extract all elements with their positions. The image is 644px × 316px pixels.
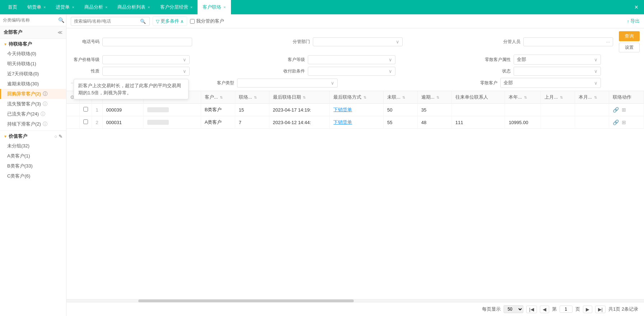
scrollbar-thumb[interactable]	[138, 300, 354, 302]
filter-icon: ▽	[156, 19, 159, 24]
row2-uncontacted: 55	[383, 116, 417, 129]
collapse-icon[interactable]: ≪	[57, 30, 62, 35]
export-button[interactable]: ↑ 导出	[627, 18, 640, 24]
row2-last-month	[541, 116, 575, 129]
dept-select[interactable]: ∨	[313, 37, 403, 46]
status-select[interactable]: ∨	[514, 67, 601, 76]
nav-product-analysis[interactable]: 商品分析 ×	[79, 0, 112, 14]
pending-contact-group[interactable]: ▼ 待联络客户	[0, 39, 66, 49]
retail-attr-label: 零散客户属性	[482, 57, 511, 63]
nav-segmentation-close[interactable]: ×	[190, 5, 193, 9]
sidebar-tomorrow-pending[interactable]: 明天待联络(1)	[0, 59, 66, 69]
retail-attr-select[interactable]: 全部∨	[514, 55, 601, 65]
nav-purchase-close[interactable]: ×	[72, 5, 74, 9]
row2-this-year: 10995.00	[505, 116, 541, 129]
page-number-input[interactable]	[560, 306, 573, 313]
row2-this-month	[575, 116, 609, 129]
nature-select[interactable]: ∨	[102, 67, 190, 76]
row1-name-blurred	[147, 107, 169, 112]
nav-sales-order[interactable]: 销货单 ×	[22, 0, 51, 14]
close-all-tabs[interactable]: ×	[634, 4, 638, 11]
row1-link-icon[interactable]: 🔗	[613, 107, 619, 113]
my-customer-checkbox-container[interactable]: 我分管的客户	[190, 18, 224, 24]
customer-grade-label: 客户等级	[276, 57, 305, 63]
sidebar-search-icon[interactable]: 🔍	[58, 17, 64, 23]
sidebar-search-input[interactable]	[3, 18, 57, 23]
row1-lcm-link[interactable]: 下销货单	[333, 107, 352, 112]
nav-purchase-order[interactable]: 进货单 ×	[51, 0, 79, 14]
price-grade-select[interactable]: ∨	[102, 55, 190, 64]
search-input[interactable]	[74, 19, 139, 24]
sidebar-7day-pending[interactable]: 近7天待联络(0)	[0, 69, 66, 79]
search-icon[interactable]: 🔍	[140, 19, 146, 24]
person-select[interactable]: ···	[523, 37, 613, 46]
nav-product-analysis-list[interactable]: 商品分析列表 ×	[112, 0, 155, 14]
this-year-col-header[interactable]: 本年... ⇅	[505, 91, 541, 104]
cust-type-select[interactable]: ∨	[237, 79, 338, 88]
row2-lcm-link[interactable]: 下销货单	[333, 119, 352, 125]
nav-product-list-close[interactable]: ×	[148, 5, 150, 9]
last-month-col-header[interactable]: 上月... ⇅	[541, 91, 575, 104]
row2-contact: 7	[235, 116, 269, 129]
sidebar-churn-warning[interactable]: 流失预警客户(3) ⓘ	[0, 99, 66, 109]
cust-grade-chevron: ∨	[389, 57, 392, 62]
uncontacted-col-header[interactable]: 未联... ⇅	[383, 91, 417, 104]
row2-checkbox[interactable]	[83, 119, 88, 124]
row1-checkbox[interactable]	[83, 107, 88, 112]
sidebar-header-icons: ≪	[57, 30, 62, 35]
row2-checkbox-cell[interactable]	[79, 116, 92, 129]
phone-field[interactable]	[106, 39, 189, 44]
nav-customer-segmentation[interactable]: 客户分层经营 ×	[155, 0, 198, 14]
overdue-col-header[interactable]: 逾期... ⇅	[417, 91, 451, 104]
edit-icon[interactable]: ○	[54, 134, 57, 139]
phone-input[interactable]	[102, 38, 192, 46]
query-button[interactable]: 查询	[619, 31, 640, 41]
page-size-select[interactable]: 50 100 200	[504, 305, 523, 313]
nav-contact-close[interactable]: ×	[223, 5, 226, 9]
cust-type-chevron: ∨	[331, 80, 334, 86]
row2-link-icon[interactable]: 🔗	[613, 119, 619, 125]
prev-page-button[interactable]: ◀	[540, 306, 549, 313]
table-row: 1 000039 B类客户 15	[66, 104, 644, 116]
grade-col-header[interactable]: 客户... ⇅	[201, 91, 235, 104]
value-customer-group[interactable]: ▼ 价值客户 ○ ✎	[0, 131, 66, 141]
my-customer-checkbox[interactable]	[190, 19, 195, 24]
more-filter-button[interactable]: ▽ 更多条件 ∧	[153, 16, 187, 26]
nav-product-analysis-close[interactable]: ×	[105, 5, 107, 9]
sidebar-repurchase-abnormal[interactable]: 回购异常客户(2) ⓘ	[0, 89, 66, 99]
sidebar-declining[interactable]: 持续下滑客户(2) ⓘ	[0, 119, 66, 129]
contact-col-header[interactable]: 联络... ⇅	[235, 91, 269, 104]
nav-customer-contact[interactable]: 客户联络 ×	[198, 0, 231, 14]
sidebar-today-pending[interactable]: 今天待联络(0)	[0, 49, 66, 59]
sidebar-c-class[interactable]: C类客户(6)	[0, 171, 66, 181]
retail-customer-select[interactable]: 全部∨	[500, 78, 601, 88]
payment-select[interactable]: ∨	[308, 67, 395, 76]
sidebar-ungrouped[interactable]: 未分组(32)	[0, 141, 66, 151]
last-contact-method-col-header[interactable]: 最后联络方式 ⇅	[330, 91, 384, 104]
last-page-button[interactable]: ▶|	[595, 306, 606, 313]
row1-last-month	[541, 104, 575, 116]
customer-grade-select[interactable]: ∨	[308, 55, 395, 64]
add-icon[interactable]: ✎	[59, 134, 62, 139]
all-customers-header[interactable]: 全部客户 ≪	[0, 26, 66, 39]
uc-sort-icon: ⇅	[402, 95, 405, 99]
setting-button[interactable]: 设置	[619, 43, 640, 52]
sidebar-b-class[interactable]: B类客户(33)	[0, 161, 66, 171]
last-contact-date-col-header[interactable]: 最后联络日期 ⇅	[269, 91, 330, 104]
row1-grid-icon[interactable]: ⊞	[622, 107, 626, 113]
filter-row-2: 客户价格等级 ∨ 客户等级 ∨ 零散客户属性 全部∨	[71, 55, 640, 65]
this-month-col-header[interactable]: 本月... ⇅	[575, 91, 609, 104]
lcd-sort-icon: ⇅	[303, 95, 306, 99]
next-page-button[interactable]: ▶	[583, 306, 592, 313]
first-page-button[interactable]: |◀	[526, 306, 537, 313]
nav-sales-order-close[interactable]: ×	[43, 5, 46, 9]
filter-bar: 🔍 ▽ 更多条件 ∧ 我分管的客户 ↑ 导出	[66, 14, 644, 28]
payment-label: 收付款条件	[276, 68, 305, 74]
sidebar-overdue-pending[interactable]: 逾期未联络(30)	[0, 79, 66, 89]
sidebar-a-class[interactable]: A类客户(1)	[0, 151, 66, 161]
sidebar-churned[interactable]: 已流失客户(24) ⓘ	[0, 109, 66, 119]
nav-home[interactable]: 首页	[3, 0, 22, 14]
row1-checkbox-cell[interactable]	[79, 104, 92, 116]
horizontal-scrollbar[interactable]	[66, 299, 644, 302]
row2-grid-icon[interactable]: ⊞	[622, 119, 626, 125]
